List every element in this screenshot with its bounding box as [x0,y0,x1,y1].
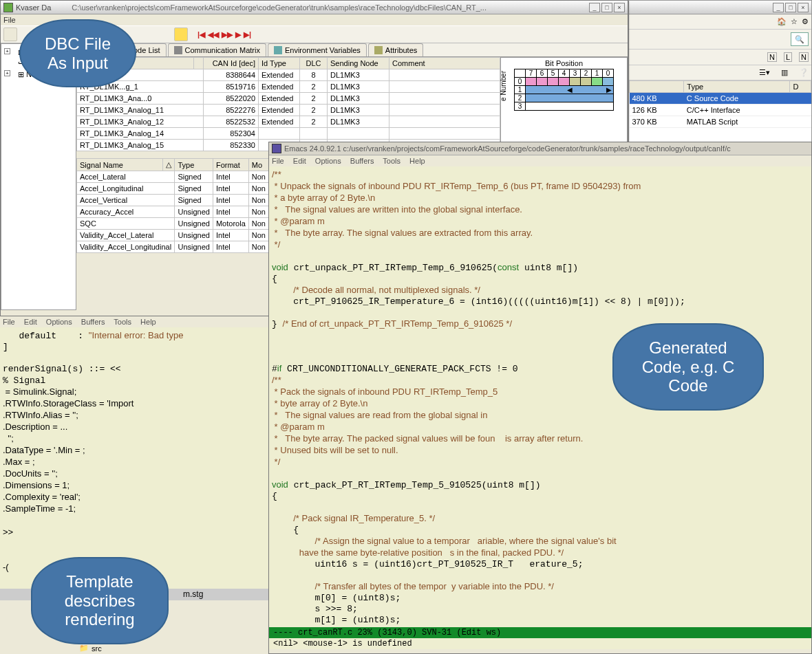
col-size[interactable] [630,81,684,93]
sig-row[interactable]: Accuracy_AccelUnsignedIntelNon [77,206,269,218]
sig-row[interactable]: Validity_Accel_LongitudinalUnsignedIntel… [77,241,269,253]
menu-tools[interactable]: Tools [383,157,400,165]
col-d[interactable]: D [790,81,811,93]
col-sort[interactable]: △ [163,159,175,171]
col-signame[interactable]: Signal Name [77,159,163,171]
tabs: als Node List Communication Matrix Envir… [76,43,628,57]
help-icon[interactable]: ❔ [799,68,809,77]
emacs-right-menu[interactable]: File Edit Options Buffers Tools Help [269,155,811,166]
emacs-minibuffer: <nil> <mouse-1> is undefined [269,638,811,649]
col-format[interactable]: Format [213,159,248,171]
menu-buffers[interactable]: Buffers [81,318,105,326]
close-btn[interactable]: × [614,3,625,12]
kvaser-titlebar: Kvaser Da C:\user\vranken\projects\comFr… [1,1,628,14]
sig-row[interactable]: Accel_LongitudinalSignedIntelNon [77,183,269,195]
menu-edit[interactable]: Edit [293,157,306,165]
col-sort[interactable] [194,58,204,69]
n-icon[interactable]: N [767,52,777,62]
col-canid[interactable]: CAN Id [dec] [204,58,259,69]
column-view-icon[interactable]: ▥ [781,68,788,77]
menu-options[interactable]: Options [315,157,341,165]
menu-help[interactable]: Help [140,318,156,326]
menu-options[interactable]: Options [46,318,72,326]
col-dlc[interactable]: DLC [300,58,328,69]
max-btn[interactable]: □ [601,3,612,12]
emacs-left-buffer[interactable]: default : "Internal error: Bad type ] re… [0,327,268,589]
n2-icon[interactable]: N [799,52,809,62]
msg-row[interactable]: ccel8388644Extended8DL1MK3 [77,69,500,81]
msg-row[interactable]: RT_DL1MK3_Ana...08522020Extended2DL1MK3 [77,93,500,105]
home-icon[interactable]: 🏠 [777,17,787,26]
message-grid[interactable]: CAN Id [dec] Id Type DLC Sending Node Co… [76,57,500,151]
msg-row[interactable]: RT_DL1MK3_Analog_128522532Extended2DL1MK… [77,116,500,128]
menu-buffers[interactable]: Buffers [350,157,374,165]
tb1[interactable] [3,28,17,41]
play-icon[interactable]: ▶ [235,30,241,39]
sig-row[interactable]: Validity_Accel_LateralUnsignedIntelNon [77,230,269,241]
file-row[interactable]: 480 KBC Source Code [630,93,811,105]
emacs-right-modeline: ---- crt_canRT.c 23% (3143,0) SVN-31 (Ed… [269,627,811,638]
col-node[interactable]: Sending Node [328,58,389,69]
menu-help[interactable]: Help [409,157,425,165]
search-box[interactable]: 🔍 [791,32,809,46]
emacs-left-menu[interactable]: File Edit Options Buffers Tools Help [0,316,268,327]
bit-grid: 76543210 0 1◀▶ 2 3 [514,69,614,111]
bottom-src[interactable]: 📁src [79,644,102,653]
menu-file[interactable]: File [3,16,16,24]
close-btn[interactable]: × [798,3,809,12]
sig-row[interactable]: SQCUnsignedMotorolaNon [77,218,269,230]
file-explorer-pane: _ □ × 🏠 ☆ ⚙ 🔍 N L N ☰▾ ▥ ❔ TypeD 480 KBC… [628,0,812,144]
file-list[interactable]: TypeD 480 KBC Source Code 126 KBC/C++ In… [629,80,811,128]
tab-commatrix[interactable]: Communication Matrix [168,43,266,56]
msg-row[interactable]: RT_DL1MK3_Analog_118522276Extended2DL1MK… [77,105,500,116]
max-btn[interactable]: □ [785,3,796,12]
msg-row[interactable]: RT_DL1MK...g_18519716Extended2DL1MK3 [77,81,500,93]
tab-attrs[interactable]: Attributes [368,43,423,56]
emacs-right-titlebar: Emacs 24.0.92.1 c:/user/vranken/projects… [269,142,811,155]
menu-edit[interactable]: Edit [24,318,37,326]
title-path: C:\user\vranken\projects\comFrameworkAtS… [72,3,487,12]
bit-title: Bit Position [502,59,626,67]
speech-dbc: DBC File As Input [19,19,136,87]
byte-label: e Number [500,71,507,101]
folder-icon: 📁 [79,644,89,653]
menu-tools[interactable]: Tools [114,318,131,326]
col-type[interactable]: Type [175,159,213,171]
speech-template: Template describes rendering [31,557,169,644]
file-row[interactable]: 370 KBMATLAB Script [630,116,811,128]
signal-grid[interactable]: Signal Name △ Type Format Mo Accel_Later… [76,158,269,253]
min-btn[interactable]: _ [773,3,784,12]
min-btn[interactable]: _ [589,3,600,12]
prev-icon[interactable]: ◀◀ [208,30,219,39]
end-icon[interactable]: ▶| [244,30,251,39]
msg-row[interactable]: RT_DL1MK3_Analog_14852304 [77,128,500,140]
tab-icon [374,46,383,54]
col-mode[interactable]: Mo [248,159,268,171]
speech-generated: Generated Code, e.g. C Code [612,323,764,411]
menu-file[interactable]: File [3,318,15,326]
star-icon[interactable]: ☆ [791,17,798,26]
sig-row[interactable]: Accel_LateralSignedIntelNon [77,171,269,183]
emacs-title-text: Emacs 24.0.92.1 c:/user/vranken/projects… [284,144,731,153]
emacs-icon [272,144,281,153]
col-type[interactable]: Type [684,81,790,93]
list-view-icon[interactable]: ☰▾ [759,68,770,77]
gear-icon[interactable]: ⚙ [802,17,809,26]
app-icon [3,3,13,12]
next-icon[interactable]: ▶▶ [222,30,233,39]
file-row[interactable]: 126 KBC/C++ Interface [630,105,811,116]
rew-icon[interactable]: |◀ [197,30,205,39]
tab-envvars[interactable]: Environment Variables [268,43,367,56]
menu-file[interactable]: File [272,157,284,165]
sig-row[interactable]: Accel_VerticalSignedIntelNon [77,195,269,206]
col-comment[interactable]: Comment [389,58,500,69]
title-prefix: Kvaser Da [16,3,51,12]
l-icon[interactable]: L [784,52,792,62]
tab-icon [174,46,182,54]
col-idtype[interactable]: Id Type [259,58,300,69]
tab-icon [274,46,282,54]
tb-flag[interactable] [174,28,188,41]
